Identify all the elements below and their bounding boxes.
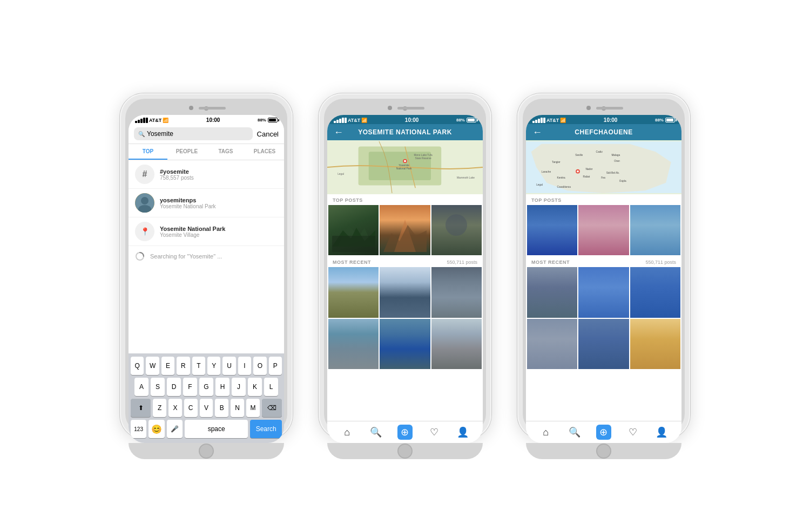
tab-top[interactable]: TOP [129,144,167,160]
recent-photo-1[interactable] [328,267,379,317]
space-key[interactable]: space [185,420,248,438]
key-D[interactable]: D [167,378,181,396]
chef-recent-photo-3[interactable] [630,267,680,317]
key-F[interactable]: F [183,378,197,396]
result-location[interactable]: 📍 Yosemite National Park Yosemite Villag… [129,217,284,246]
search-key[interactable]: Search [250,420,282,438]
key-U[interactable]: U [222,357,235,375]
svg-text:Fes: Fes [601,176,606,179]
nav-camera-2[interactable]: ⊕ [397,425,413,440]
keyboard: Q W E R T Y U I O P A S D [129,353,284,443]
emoji-key[interactable]: 😊 [148,420,164,438]
front-camera [189,106,193,110]
chef-top-photo-1[interactable] [527,205,577,255]
recent-photo-4[interactable] [328,319,379,369]
nav-camera-3[interactable]: ⊕ [596,425,611,440]
key-Q[interactable]: Q [131,357,144,375]
back-button-2[interactable]: ← [334,127,343,138]
svg-text:Yosemite: Yosemite [399,164,409,167]
key-E[interactable]: E [161,357,174,375]
search-input-box[interactable]: 🔍 Yosemite [134,127,253,140]
location-content-yosemite: TOP POSTS [327,194,483,421]
chef-top-photo-2[interactable] [578,205,629,255]
cancel-button[interactable]: Cancel [257,130,279,138]
result-text-location: Yosemite National Park Yosemite Village [160,226,278,238]
key-N[interactable]: N [231,399,244,417]
nav-search-3[interactable]: 🔍 [567,425,582,440]
chef-recent-photo-4[interactable] [527,319,577,369]
key-O[interactable]: O [253,357,266,375]
recent-photo-6[interactable] [431,319,482,369]
svg-text:Malaga: Malaga [611,154,620,156]
carrier-label-3: AT&T [546,118,559,123]
tab-places[interactable]: PLACES [245,144,284,160]
recent-photos-grid-3 [526,267,681,369]
nav-heart-2[interactable]: ♡ [427,425,442,440]
key-A[interactable]: A [134,378,148,396]
top-photo-2[interactable] [380,205,430,255]
key-V[interactable]: V [200,399,213,417]
nav-profile-2[interactable]: 👤 [455,425,470,440]
phone-screen-chef: AT&T 📶 10:00 88% ← CHEFCHAOUENE [526,115,681,443]
key-S[interactable]: S [151,378,165,396]
hashtag-sub: 758,557 posts [160,175,278,181]
home-button-1[interactable] [199,444,214,459]
chef-recent-photo-2[interactable] [578,267,629,317]
recent-photo-3[interactable] [431,267,482,317]
result-user[interactable]: yosemitenps Yosemite National Park [129,189,284,217]
user-sub: Yosemite National Park [160,203,278,209]
search-results: # #yosemite 758,557 posts [129,160,284,353]
nav-home-3[interactable]: ⌂ [538,425,554,440]
backspace-key[interactable]: ⌫ [262,399,282,417]
chef-recent-photo-1[interactable] [527,267,577,317]
top-posts-header-2: TOP POSTS [327,194,483,205]
home-button-2[interactable] [397,444,413,459]
key-T[interactable]: T [192,357,205,375]
phone-screen-yosemite: AT&T 📶 10:00 88% ← YOSEMITE NATIONAL PAR… [327,115,483,443]
svg-text:Sidi Bel Ab.: Sidi Bel Ab. [606,172,619,174]
tab-tags[interactable]: TAGS [206,144,245,160]
bottom-nav-2: ⌂ 🔍 ⊕ ♡ 👤 [327,421,483,443]
key-I[interactable]: I [238,357,251,375]
key-Y[interactable]: Y [207,357,220,375]
search-header: 🔍 Yosemite Cancel [129,124,284,144]
nav-home-2[interactable]: ⌂ [340,425,355,440]
key-L[interactable]: L [264,378,278,396]
key-K[interactable]: K [248,378,262,396]
top-posts-grid-2 [327,205,483,256]
mic-key[interactable]: 🎤 [167,420,183,438]
tab-people[interactable]: PEOPLE [167,144,206,160]
nav-profile-3[interactable]: 👤 [654,425,669,440]
kb-row-2: A S D F G H J K L [131,378,282,396]
key-Z[interactable]: Z [153,399,166,417]
spinner-icon [135,251,145,261]
recent-photo-2[interactable] [380,267,430,317]
chef-recent-photo-6[interactable] [630,319,680,369]
key-H[interactable]: H [215,378,230,396]
svg-point-14 [404,160,406,162]
key-W[interactable]: W [146,357,159,375]
num-key[interactable]: 123 [131,420,146,438]
back-button-3[interactable]: ← [532,127,542,138]
top-photo-3[interactable] [431,205,482,255]
recent-photo-5[interactable] [380,319,430,369]
key-X[interactable]: X [168,399,182,417]
chef-recent-photo-5[interactable] [578,319,629,369]
key-R[interactable]: R [177,357,190,375]
shift-key[interactable]: ⬆ [131,399,151,417]
most-recent-count-2: 550,711 posts [447,260,477,265]
key-C[interactable]: C [184,399,198,417]
key-M[interactable]: M [246,399,260,417]
key-J[interactable]: J [232,378,246,396]
key-B[interactable]: B [215,399,228,417]
home-button-3[interactable] [596,444,611,459]
svg-text:Legal: Legal [338,173,344,175]
key-G[interactable]: G [199,378,213,396]
chef-top-photo-3[interactable] [630,205,680,255]
nav-heart-3[interactable]: ♡ [625,425,640,440]
top-photo-1[interactable] [328,205,379,255]
most-recent-header-3: MOST RECENT 550,711 posts [526,256,681,267]
nav-search-2[interactable]: 🔍 [368,425,383,440]
result-hashtag[interactable]: # #yosemite 758,557 posts [129,160,284,189]
key-P[interactable]: P [269,357,282,375]
